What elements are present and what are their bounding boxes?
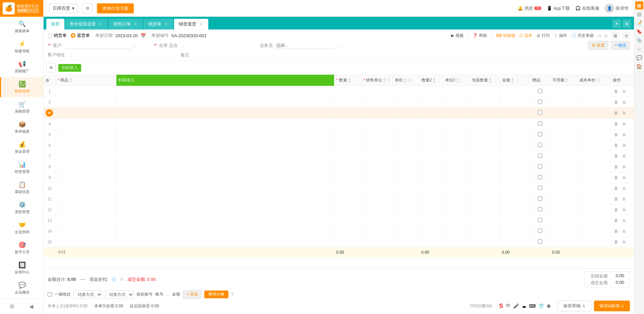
operations-link[interactable]: ⋮ 操作 bbox=[554, 33, 567, 39]
sidebar-item-marketing[interactable]: 📢 营销推广 bbox=[0, 57, 43, 77]
sidebar-item-operations[interactable]: 📊 经营管理 bbox=[0, 158, 43, 178]
feiyong-button[interactable]: 费用分摊 bbox=[204, 291, 228, 298]
tab-menu-button[interactable]: ⊞ bbox=[623, 19, 631, 28]
notification-button[interactable]: 🔔 消息 70 bbox=[518, 5, 541, 11]
customer-service-button[interactable]: 🎧 在线客服 bbox=[575, 5, 599, 11]
gift-checkbox-10[interactable] bbox=[538, 186, 542, 190]
gift-checkbox-3[interactable] bbox=[538, 110, 542, 115]
topbar-settings-button[interactable]: ⚙ bbox=[82, 3, 93, 14]
delete-row-14[interactable]: 🗑 bbox=[613, 228, 620, 235]
gift-checkbox-1[interactable] bbox=[538, 89, 542, 93]
scan-button[interactable]: 扫码录入 bbox=[58, 64, 81, 72]
gift-checkbox-4[interactable] bbox=[538, 121, 542, 126]
delete-row-9[interactable]: 🗑 bbox=[613, 174, 620, 181]
save-draft-button[interactable]: 保存草稿 ∧ bbox=[557, 301, 591, 311]
delete-row-3[interactable]: 🗑 bbox=[613, 110, 620, 116]
sidebar-item-finance[interactable]: 💰 资金管理 bbox=[0, 137, 43, 158]
right-sidebar-home[interactable]: 🏠 bbox=[635, 62, 643, 70]
customer-input[interactable] bbox=[64, 42, 131, 49]
tab-home[interactable]: 首页 bbox=[46, 19, 64, 29]
history-link[interactable]: 📄 历史单据 bbox=[571, 33, 594, 39]
delete-row-1[interactable]: 🗑 bbox=[613, 88, 620, 95]
sidebar-item-shortcut[interactable]: ⚡ 快捷导航 bbox=[0, 37, 43, 57]
video-link[interactable]: ▶ 视频 bbox=[451, 33, 464, 39]
customer-dots[interactable]: ... bbox=[133, 43, 136, 48]
save-new-button[interactable]: 保存&新增 ∧ bbox=[594, 301, 630, 311]
sidebar-collapse-button[interactable]: ◀ bbox=[26, 301, 36, 311]
tab-sales-order[interactable]: 销售订单 × bbox=[109, 19, 143, 29]
keyboard-icon2[interactable]: ⌨ bbox=[529, 303, 536, 309]
copy-row-2[interactable]: ⧉ bbox=[621, 99, 628, 106]
tab-close-price-extract[interactable]: × bbox=[98, 21, 103, 27]
gift-checkbox-5[interactable] bbox=[538, 132, 542, 136]
view-grid-icon[interactable]: ▤ bbox=[623, 32, 630, 39]
add-payment-button[interactable]: + 添加 bbox=[183, 290, 202, 299]
delete-row-2[interactable]: 🗑 bbox=[613, 99, 620, 106]
delete-row-4[interactable]: 🗑 bbox=[613, 121, 620, 127]
delete-row-8[interactable]: 🗑 bbox=[613, 164, 620, 170]
sidebar-item-basic[interactable]: 📋 基础信息 bbox=[0, 178, 43, 198]
delete-row-10[interactable]: 🗑 bbox=[613, 185, 620, 192]
delete-row-6[interactable]: 🗑 bbox=[613, 142, 620, 149]
radio-delivery[interactable]: 销货单 bbox=[48, 33, 67, 39]
account-dots[interactable]: ... bbox=[166, 292, 169, 297]
view-list-icon[interactable]: ▦ bbox=[612, 32, 619, 39]
gift-checkbox-9[interactable] bbox=[538, 175, 542, 179]
gift-checkbox-6[interactable] bbox=[538, 143, 542, 147]
sidebar-item-wechat[interactable]: 💬 企业微信 bbox=[0, 278, 43, 298]
shirt-icon[interactable]: 👕 bbox=[538, 303, 544, 309]
extra-icon[interactable]: ⊕ bbox=[547, 303, 551, 309]
copy-row-6[interactable]: ⧉ bbox=[621, 142, 628, 149]
copy-row-13[interactable]: ⧉ bbox=[621, 217, 628, 224]
cloud-icon[interactable]: ☁ bbox=[522, 303, 526, 309]
copy-row-3[interactable]: ⧉ bbox=[621, 110, 628, 116]
tab-close-sales-order[interactable]: × bbox=[133, 21, 138, 27]
tab-price-extract[interactable]: 售价提取设置 × bbox=[65, 19, 108, 29]
sidebar-item-purchase[interactable]: 🛒 采购管理 bbox=[0, 97, 43, 117]
settings-button[interactable]: ⚙ 设置 bbox=[588, 41, 608, 50]
table-settings-icon[interactable]: ⚙ bbox=[46, 63, 56, 72]
delete-row-15[interactable]: 🗑 bbox=[613, 239, 620, 245]
sidebar-item-appstore[interactable]: 🔲 应用中心 bbox=[0, 258, 43, 278]
nav-prev-icon[interactable]: ◁ bbox=[598, 33, 601, 38]
delete-row-13[interactable]: 🗑 bbox=[613, 217, 620, 224]
right-sidebar-chat[interactable]: 💬 bbox=[635, 54, 643, 62]
salesperson-input[interactable] bbox=[275, 42, 335, 49]
copy-row-15[interactable]: ⧉ bbox=[621, 239, 628, 245]
delete-row-12[interactable]: 🗑 bbox=[613, 206, 620, 213]
copy-row-12[interactable]: ⧉ bbox=[621, 206, 628, 213]
right-sidebar-notepad[interactable]: 📝 bbox=[635, 19, 643, 27]
user-menu[interactable]: 👤 徐泽华 bbox=[605, 4, 629, 13]
help-link[interactable]: ❓ 帮助 bbox=[473, 33, 487, 39]
add-row-button[interactable]: + bbox=[46, 109, 53, 117]
copy-row-11[interactable]: ⧉ bbox=[621, 196, 628, 202]
logistics-button[interactable]: + 物流 bbox=[611, 41, 630, 50]
industry-selector[interactable]: 日用百货 ▾ bbox=[49, 4, 78, 13]
experience-button[interactable]: 体验行业方案 bbox=[97, 3, 134, 13]
copy-row-9[interactable]: ⧉ bbox=[621, 174, 628, 181]
gift-checkbox-14[interactable] bbox=[538, 229, 542, 233]
accounting-method-select[interactable]: 结算方式 bbox=[73, 291, 102, 299]
copy-row-1[interactable]: ⧉ bbox=[621, 88, 628, 95]
tab-sales-return[interactable]: 销货退货 × bbox=[174, 19, 208, 29]
copy-row-7[interactable]: ⧉ bbox=[621, 153, 628, 160]
discount-info-icon[interactable]: ⓘ bbox=[112, 277, 116, 282]
tab-close-all-button[interactable]: ✕ bbox=[612, 19, 621, 28]
copy-row-5[interactable]: ⧉ bbox=[621, 131, 628, 138]
tab-close-sales-return[interactable]: × bbox=[198, 21, 204, 27]
sidebar-item-system[interactable]: ⚙️ 系统管理 bbox=[0, 198, 43, 218]
select-order-link[interactable]: ☑ 选单 bbox=[519, 33, 532, 39]
gift-checkbox-7[interactable] bbox=[538, 153, 542, 158]
column-settings-icon[interactable]: ⚙ bbox=[46, 78, 49, 83]
copy-row-14[interactable]: ⧉ bbox=[621, 228, 628, 235]
gift-checkbox-12[interactable] bbox=[538, 207, 542, 211]
sidebar-item-enterprise[interactable]: 🤝 企业协同 bbox=[0, 218, 43, 238]
calendar-icon[interactable]: 📅 bbox=[141, 33, 146, 38]
right-sidebar-grid1[interactable]: ▦ bbox=[635, 1, 643, 9]
gift-checkbox-11[interactable] bbox=[538, 196, 542, 201]
copy-row-10[interactable]: ⧉ bbox=[621, 185, 628, 192]
nav-next-icon[interactable]: ▷ bbox=[605, 33, 608, 38]
delete-row-5[interactable]: 🗑 bbox=[613, 131, 620, 138]
right-sidebar-bookmark[interactable]: 🔖 bbox=[635, 27, 643, 36]
salesperson-dots[interactable]: ... bbox=[337, 43, 340, 48]
